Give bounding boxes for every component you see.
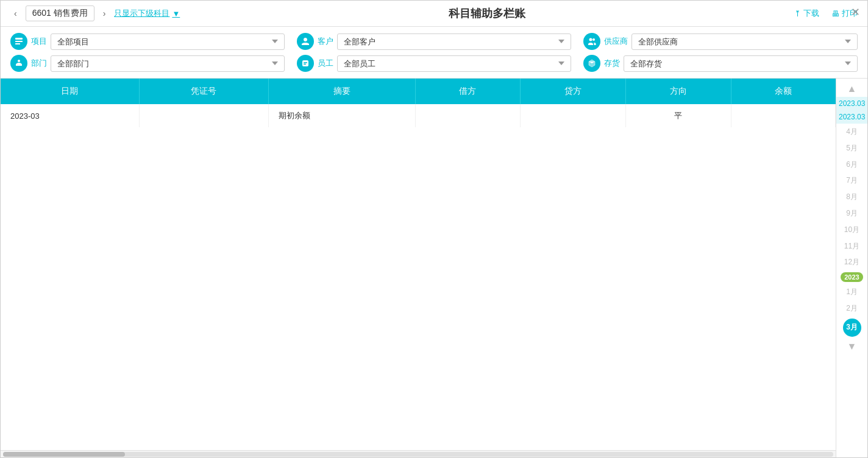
svg-point-5: [18, 60, 20, 62]
table-area: 日期 凭证号 摘要 借方 贷方 方向 余额 2023-03: [1, 79, 836, 457]
project-label: 项目: [31, 36, 47, 47]
timeline-item-9[interactable]: 9月: [836, 205, 867, 222]
svg-rect-2: [15, 43, 20, 44]
col-debit: 借方: [415, 79, 521, 104]
next-account-button[interactable]: ›: [99, 7, 110, 19]
timeline-up-arrow[interactable]: ▲: [836, 81, 867, 97]
title-bar: ‹ 6601 销售费用 › 只显示下级科目 ▼ 科目辅助多栏账 ⤒ 下载 🖶 打…: [1, 1, 867, 27]
prev-account-button[interactable]: ‹: [10, 7, 21, 19]
table-header-row: 日期 凭证号 摘要 借方 贷方 方向 余额: [1, 79, 836, 104]
department-label: 部门: [31, 58, 47, 69]
cell-date: 2023-03: [1, 104, 139, 127]
filter-item-supplier: 供应商 全部供应商: [583, 33, 858, 50]
svg-rect-0: [15, 38, 23, 40]
col-credit: 贷方: [521, 79, 626, 104]
svg-rect-6: [302, 60, 308, 66]
print-icon: 🖶: [831, 9, 839, 18]
cell-direction: 平: [625, 104, 731, 127]
department-select[interactable]: 全部部门: [51, 55, 285, 72]
filter-item-department: 部门 全部部门: [10, 55, 285, 72]
timeline-item-2023-03-2[interactable]: 2023.03: [836, 110, 867, 124]
svg-rect-7: [304, 62, 307, 63]
filter-row-2: 部门 全部部门 员工 全部员工 存货: [10, 55, 858, 72]
download-icon: ⤒: [794, 9, 801, 18]
inventory-select[interactable]: 全部存货: [624, 55, 858, 72]
filter-row-1: 项目 全部项目 客户 全部客户 供应商: [10, 33, 858, 50]
table-row: 2023-03 期初余额 平: [1, 104, 836, 127]
timeline-item-5[interactable]: 5月: [836, 140, 867, 157]
timeline-item-12[interactable]: 12月: [836, 254, 867, 270]
timeline-item-2[interactable]: 2月: [836, 300, 867, 317]
employee-label: 员工: [318, 58, 333, 69]
customer-select[interactable]: 全部客户: [337, 33, 571, 50]
col-balance: 余额: [731, 79, 835, 104]
timeline-item-10[interactable]: 10月: [836, 222, 867, 238]
timeline-item-3-active[interactable]: 3月: [843, 319, 861, 337]
year-badge-2023: 2023: [841, 272, 863, 282]
timeline-sidebar[interactable]: ▲ 2023.03 2023.03 4月 5月 6月 7月 8月 9月 10月 …: [836, 79, 867, 457]
col-summary: 摘要: [268, 79, 415, 104]
cell-balance: [731, 104, 835, 127]
ledger-table: 日期 凭证号 摘要 借方 贷方 方向 余额 2023-03: [1, 79, 836, 127]
cell-voucher: [139, 104, 268, 127]
close-button[interactable]: ✕: [851, 5, 860, 19]
filter-item-customer: 客户 全部客户: [297, 33, 571, 50]
filter-area: 项目 全部项目 客户 全部客户 供应商: [1, 27, 867, 79]
timeline-item-2023-03-1[interactable]: 2023.03: [836, 97, 867, 110]
filter-item-employee: 员工 全部员工: [297, 55, 571, 72]
inventory-label: 存货: [604, 58, 620, 69]
employee-select[interactable]: 全部员工: [337, 55, 571, 72]
col-date: 日期: [1, 79, 139, 104]
scrollbar-track: [3, 452, 833, 457]
download-button[interactable]: ⤒ 下载: [794, 8, 819, 19]
show-sub-dropdown[interactable]: 只显示下级科目 ▼: [114, 8, 180, 19]
show-sub-label: 只显示下级科目: [114, 8, 169, 19]
timeline-item-8[interactable]: 8月: [836, 189, 867, 205]
chevron-down-icon: ▼: [172, 9, 180, 18]
main-content: 日期 凭证号 摘要 借方 贷方 方向 余额 2023-03: [1, 79, 867, 457]
scrollbar-thumb: [3, 452, 125, 457]
filter-item-inventory: 存货 全部存货: [583, 55, 858, 72]
supplier-label: 供应商: [604, 36, 628, 47]
svg-point-3: [589, 38, 592, 41]
project-select[interactable]: 全部项目: [51, 33, 285, 50]
timeline-item-1[interactable]: 1月: [836, 284, 867, 300]
filter-item-project: 项目 全部项目: [10, 33, 285, 50]
col-direction: 方向: [625, 79, 731, 104]
svg-rect-1: [15, 41, 23, 42]
inventory-icon: [583, 55, 600, 72]
employee-icon: [297, 55, 314, 72]
timeline-item-6[interactable]: 6月: [836, 157, 867, 173]
customer-label: 客户: [318, 36, 333, 47]
horizontal-scrollbar[interactable]: [1, 450, 836, 457]
customer-icon: [297, 33, 314, 50]
col-voucher: 凭证号: [139, 79, 268, 104]
timeline-down-arrow[interactable]: ▼: [836, 339, 867, 354]
cell-credit: [521, 104, 626, 127]
page-title: 科目辅助多栏账: [449, 6, 525, 21]
department-icon: [10, 55, 27, 72]
supplier-icon: [583, 33, 600, 50]
account-code-display: 6601 销售费用: [26, 5, 94, 21]
title-bar-left: ‹ 6601 销售费用 › 只显示下级科目 ▼: [10, 5, 180, 21]
cell-debit: [415, 104, 521, 127]
timeline-item-4[interactable]: 4月: [836, 124, 867, 140]
title-bar-right: ⤒ 下载 🖶 打印: [794, 8, 858, 19]
main-window: ‹ 6601 销售费用 › 只显示下级科目 ▼ 科目辅助多栏账 ⤒ 下载 🖶 打…: [0, 0, 868, 458]
project-icon: [10, 33, 27, 50]
cell-summary: 期初余额: [268, 104, 415, 127]
table-wrapper[interactable]: 日期 凭证号 摘要 借方 贷方 方向 余额 2023-03: [1, 79, 836, 450]
svg-rect-8: [304, 64, 306, 65]
svg-point-4: [592, 38, 595, 41]
timeline-item-7[interactable]: 7月: [836, 172, 867, 189]
timeline-item-11[interactable]: 11月: [836, 238, 867, 255]
supplier-select[interactable]: 全部供应商: [631, 33, 858, 50]
